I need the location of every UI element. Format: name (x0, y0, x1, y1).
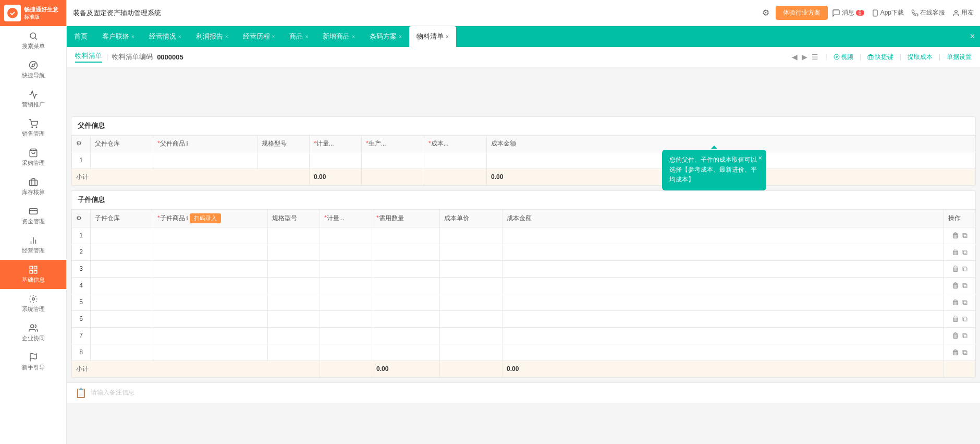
child-cell-product-6[interactable] (153, 310, 268, 327)
sidebar-item-collab[interactable]: 企业协同 (0, 318, 66, 347)
sidebar-item-inventory[interactable]: 库存核算 (0, 172, 66, 201)
child-cell-spec-5[interactable] (268, 294, 320, 310)
child-cell-cost-amount-4[interactable] (503, 277, 944, 294)
delete-icon-7[interactable]: 🗑 (952, 331, 959, 340)
child-cell-product-1[interactable] (153, 227, 268, 244)
sidebar-item-sales[interactable]: 销售管理 (0, 114, 66, 143)
child-cell-unit-price-2[interactable] (440, 244, 503, 260)
sidebar-item-system[interactable]: 系统管理 (0, 289, 66, 318)
copy-icon-3[interactable]: ⧉ (962, 265, 967, 273)
app-download-area[interactable]: App下载 (872, 8, 904, 17)
child-cell-product-5[interactable] (153, 294, 268, 310)
delete-icon-1[interactable]: 🗑 (952, 231, 959, 239)
tab-customer[interactable]: 客户联络 × (95, 26, 142, 47)
child-cell-qty-7[interactable] (372, 327, 440, 344)
parent-cell-cost-1[interactable] (424, 152, 487, 169)
tab-profit[interactable]: 利润报告 × (189, 26, 236, 47)
parent-cell-unit-1[interactable] (310, 152, 362, 169)
sidebar-item-search[interactable]: 搜索菜单 (0, 26, 66, 55)
child-cell-unit-4[interactable] (320, 277, 372, 294)
sub-tab-bom-code[interactable]: 物料清单编码 (112, 52, 153, 62)
child-cell-qty-1[interactable] (372, 227, 440, 244)
copy-icon-1[interactable]: ⧉ (962, 231, 967, 240)
child-col-settings[interactable]: ⚙ (72, 209, 91, 227)
child-cell-spec-2[interactable] (268, 244, 320, 260)
child-cell-unit-price-6[interactable] (440, 310, 503, 327)
parent-cell-warehouse-1[interactable] (91, 152, 153, 169)
child-cell-spec-7[interactable] (268, 327, 320, 344)
child-cell-product-8[interactable] (153, 344, 268, 361)
tab-close-new-product[interactable]: × (352, 34, 355, 40)
parent-cell-spec-1[interactable] (258, 152, 310, 169)
child-cell-unit-price-8[interactable] (440, 344, 503, 361)
child-cell-unit-7[interactable] (320, 327, 372, 344)
sidebar-item-basic[interactable]: 基础信息 (0, 260, 66, 289)
child-cell-spec-6[interactable] (268, 310, 320, 327)
delete-icon-3[interactable]: 🗑 (952, 265, 959, 273)
tab-barcode[interactable]: 条码方案 × (362, 26, 409, 47)
trial-button[interactable]: 体验行业方案 (776, 6, 828, 20)
child-cell-qty-4[interactable] (372, 277, 440, 294)
sidebar-item-marketing[interactable]: 营销推广 (0, 85, 66, 114)
sidebar-item-purchase[interactable]: 采购管理 (0, 143, 66, 172)
message-icon-area[interactable]: 消息 6 (832, 8, 864, 17)
gear-icon[interactable]: ⚙ (762, 8, 769, 18)
parent-cell-produce-1[interactable] (362, 152, 424, 169)
tab-close-bom[interactable]: × (446, 34, 449, 40)
tab-close-operation[interactable]: × (178, 34, 181, 40)
tab-close-customer[interactable]: × (131, 34, 134, 40)
sidebar-item-operation[interactable]: 经营管理 (0, 231, 66, 260)
child-cell-warehouse-4[interactable] (91, 277, 153, 294)
nav-list-button[interactable]: ☰ (811, 53, 819, 61)
tab-new-product[interactable]: 新增商品 × (315, 26, 362, 47)
child-cell-warehouse-1[interactable] (91, 227, 153, 244)
child-cell-warehouse-5[interactable] (91, 294, 153, 310)
tab-close-barcode[interactable]: × (399, 34, 402, 40)
child-cell-unit-8[interactable] (320, 344, 372, 361)
sidebar-item-guide[interactable]: 新手引导 (0, 347, 66, 377)
sidebar-item-quicknav[interactable]: 快捷导航 (0, 55, 66, 85)
copy-icon-8[interactable]: ⧉ (962, 348, 967, 357)
delete-icon-5[interactable]: 🗑 (952, 298, 959, 306)
user-area[interactable]: 用友 (952, 8, 974, 17)
child-cell-unit-price-7[interactable] (440, 327, 503, 344)
copy-icon-2[interactable]: ⧉ (962, 248, 967, 257)
child-cell-cost-amount-7[interactable] (503, 327, 944, 344)
tab-home[interactable]: 首页 (67, 26, 95, 47)
child-cell-cost-amount-1[interactable] (503, 227, 944, 244)
child-cell-product-3[interactable] (153, 260, 268, 277)
child-cell-product-4[interactable] (153, 277, 268, 294)
delete-icon-6[interactable]: 🗑 (952, 315, 959, 323)
child-cell-cost-amount-2[interactable] (503, 244, 944, 260)
parent-col-settings[interactable]: ⚙ (72, 135, 91, 152)
sidebar-item-finance[interactable]: 资金管理 (0, 201, 66, 231)
delete-icon-8[interactable]: 🗑 (952, 348, 959, 356)
tab-history[interactable]: 经营历程 × (236, 26, 283, 47)
child-cell-qty-8[interactable] (372, 344, 440, 361)
online-service-area[interactable]: 在线客服 (911, 8, 945, 17)
scan-input-button[interactable]: 扫码录入 (190, 213, 221, 223)
child-cell-warehouse-8[interactable] (91, 344, 153, 361)
child-cell-unit-2[interactable] (320, 244, 372, 260)
child-cell-qty-2[interactable] (372, 244, 440, 260)
tab-close-history[interactable]: × (272, 34, 275, 40)
nav-prev-button[interactable]: ◀ (791, 53, 799, 61)
child-cell-unit-price-5[interactable] (440, 294, 503, 310)
child-cell-cost-amount-3[interactable] (503, 260, 944, 277)
child-cell-spec-8[interactable] (268, 344, 320, 361)
tab-close-product[interactable]: × (305, 34, 308, 40)
child-cell-warehouse-2[interactable] (91, 244, 153, 260)
tab-bom[interactable]: 物料清单 × (409, 26, 456, 47)
child-cell-unit-price-1[interactable] (440, 227, 503, 244)
child-cell-unit-price-3[interactable] (440, 260, 503, 277)
extract-cost-action[interactable]: 提取成本 (908, 53, 933, 62)
child-cell-spec-3[interactable] (268, 260, 320, 277)
delete-icon-4[interactable]: 🗑 (952, 281, 959, 290)
child-cell-spec-1[interactable] (268, 227, 320, 244)
child-cell-product-2[interactable] (153, 244, 268, 260)
shortcut-action[interactable]: 快捷键 (867, 53, 893, 62)
child-cell-cost-amount-6[interactable] (503, 310, 944, 327)
tooltip-close-button[interactable]: × (758, 153, 762, 164)
child-cell-unit-6[interactable] (320, 310, 372, 327)
view-action[interactable]: 视频 (834, 53, 853, 62)
